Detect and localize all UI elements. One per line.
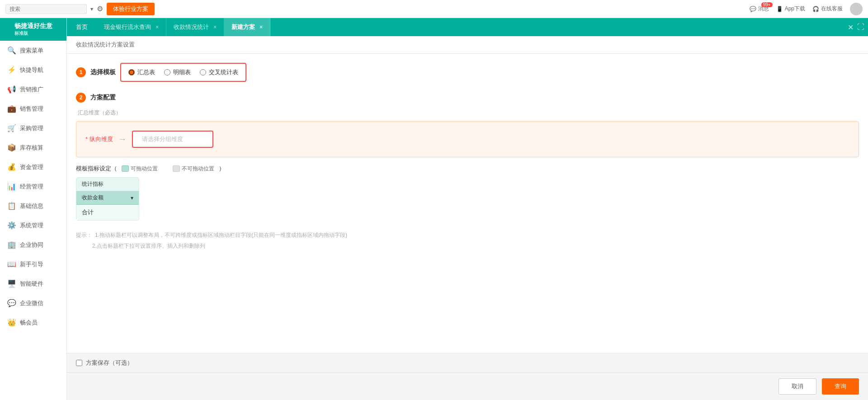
member-icon: 👑 [7,318,16,327]
dimension-title: 汇总维度（必选） [76,109,859,117]
tab-bar-actions: ✕ ⛶ [848,23,868,32]
step2-num: 2 [76,93,86,103]
save-label: 方案保存（可选） [86,359,133,367]
stat-label: 统计指标 [82,180,104,188]
bottom-bar: 取消 查询 [67,372,868,400]
trial-button[interactable]: 体验行业方案 [107,3,155,15]
sidebar-item-collab[interactable]: 🏢 企业协同 [0,235,66,254]
page-header: 收款情况统计方案设置 [67,36,868,54]
sidebar-item-purchase[interactable]: 🛒 采购管理 [0,118,66,138]
gear-icon[interactable]: ⚙ [97,5,103,13]
step2-header: 2 方案配置 [76,93,859,103]
draggable-box [122,165,129,172]
search-input[interactable] [5,4,87,14]
legend-non-draggable: 不可拖动位置 [173,165,214,173]
message-icon: 💬 [750,6,756,12]
tab-cashflow[interactable]: 现金银行流水查询 × [97,18,166,36]
dimension-area: * 纵向维度 → 请选择分组维度 [76,121,859,157]
arrow-icon: → [118,135,127,144]
template-box: 汇总表 明细表 交叉统计表 [120,63,246,82]
content-area: 收款情况统计方案设置 1 选择模板 汇总表 [67,36,868,372]
inventory-icon: 📦 [7,143,16,152]
purchase-icon: 🛒 [7,124,16,132]
sidebar-item-basic[interactable]: 📋 基础信息 [0,196,66,216]
sidebar-item-management[interactable]: 📊 经营管理 [0,177,66,196]
tab-collection-close[interactable]: × [213,24,217,30]
radio-cross-input[interactable] [200,69,206,75]
sidebar-item-wechat[interactable]: 💬 企业微信 [0,293,66,313]
vertical-label: * 纵向维度 [85,135,113,143]
radio-summary[interactable]: 汇总表 [128,68,155,76]
search-icon: 🔍 [7,46,16,55]
top-bar: ▾ ⚙ 体验行业方案 💬 消息 99+ 📱 App下载 🎧 在线客服 [0,0,868,18]
tab-bar: 首页 现金银行流水查询 × 收款情况统计 × 新建方案 × ✕ ⛶ [67,18,868,36]
sidebar-item-hardware[interactable]: 🖥️ 智能硬件 [0,274,66,293]
sidebar-item-member[interactable]: 👑 畅会员 [0,313,66,332]
system-icon: ⚙️ [7,221,16,230]
metric-settings: 模板指标设定（ 可拖动位置 不可拖动位置 ） [76,165,859,221]
step1-title: 选择模板 [90,68,116,76]
message-button[interactable]: 💬 消息 99+ [750,5,769,13]
tab-home[interactable]: 首页 [67,18,97,36]
sidebar-logo: 畅捷通好生意 标准版 [0,18,66,41]
radio-detail[interactable]: 明细表 [164,68,191,76]
step1-section: 1 选择模板 汇总表 明细表 [76,63,859,82]
sidebar-item-search[interactable]: 🔍 搜索菜单 [0,41,66,60]
dimension-select[interactable]: 请选择分组维度 [132,131,213,148]
sidebar-item-sales[interactable]: 💼 销售管理 [0,99,66,118]
tab-collection[interactable]: 收款情况统计 × [166,18,224,36]
sidebar-item-guide[interactable]: 📖 新手引导 [0,254,66,274]
avatar[interactable] [850,3,863,15]
non-draggable-box [173,165,180,172]
dropdown-arrow-icon[interactable]: ▾ [131,195,133,201]
finance-icon: 💰 [7,163,16,171]
metric-title-text: 模板指标设定（ [76,165,117,173]
top-bar-left: ▾ ⚙ 体验行业方案 [5,3,750,15]
save-checkbox[interactable] [76,360,82,366]
sidebar-item-finance[interactable]: 💰 资金管理 [0,157,66,177]
wechat-icon: 💬 [7,299,16,307]
collab-icon: 🏢 [7,240,16,249]
tab-newplan[interactable]: 新建方案 × [224,18,270,36]
tab-newplan-close[interactable]: × [259,24,263,30]
guide-icon: 📖 [7,260,16,268]
metric-table-header: 统计指标 [76,178,139,191]
close-tab-icon[interactable]: ✕ [848,23,854,32]
query-button[interactable]: 查询 [822,378,859,395]
metric-settings-title: 模板指标设定（ 可拖动位置 不可拖动位置 ） [76,165,859,173]
config-section: 汇总维度（必选） * 纵向维度 → 请选择分组维度 [76,109,859,251]
radio-detail-input[interactable] [164,69,170,75]
legend-separator [162,165,168,173]
form-area: 1 选择模板 汇总表 明细表 [67,54,868,353]
top-bar-right: 💬 消息 99+ 📱 App下载 🎧 在线客服 [750,3,863,15]
title-close-paren: ） [219,165,225,173]
step2-section: 2 方案配置 汇总维度（必选） * 纵向维度 → 请选择分组维度 [76,93,859,251]
step1-num: 1 [76,67,86,77]
main-layout: 畅捷通好生意 标准版 🔍 搜索菜单 ⚡ 快捷导航 📢 营销推广 💼 销售管理 🛒… [0,18,868,400]
message-badge: 99+ [761,2,773,7]
sidebar-item-quicknav[interactable]: ⚡ 快捷导航 [0,60,66,80]
legend-draggable: 可拖动位置 [122,165,158,173]
step2-title: 方案配置 [90,94,116,102]
dimension-row: * 纵向维度 → 请选择分组维度 [85,131,849,148]
sidebar-item-system[interactable]: ⚙️ 系统管理 [0,216,66,235]
hardware-icon: 🖥️ [7,279,16,288]
sidebar: 畅捷通好生意 标准版 🔍 搜索菜单 ⚡ 快捷导航 📢 营销推广 💼 销售管理 🛒… [0,18,67,400]
metric-table: 统计指标 收款金额 ▾ 合计 [76,177,139,221]
cancel-button[interactable]: 取消 [778,378,816,395]
metric-cell: 合计 [76,205,139,220]
marketing-icon: 📢 [7,85,16,94]
radio-summary-input[interactable] [128,69,135,75]
dropdown-icon[interactable]: ▾ [90,6,93,12]
tab-cashflow-close[interactable]: × [156,24,159,30]
radio-cross[interactable]: 交叉统计表 [200,68,238,76]
download-button[interactable]: 📱 App下载 [776,5,805,13]
sidebar-item-inventory[interactable]: 📦 库存核算 [0,138,66,157]
sidebar-item-marketing[interactable]: 📢 营销推广 [0,80,66,99]
download-icon: 📱 [776,6,783,12]
metric-header-row: 收款金额 ▾ [76,191,139,205]
basic-icon: 📋 [7,202,16,210]
maximize-icon[interactable]: ⛶ [857,23,864,31]
hint-text: 提示：1.拖动标题栏可以调整布局，不可跨维度或指标区域拖动栏目字段(只能在同一维… [76,230,859,251]
chat-button[interactable]: 🎧 在线客服 [812,5,843,13]
